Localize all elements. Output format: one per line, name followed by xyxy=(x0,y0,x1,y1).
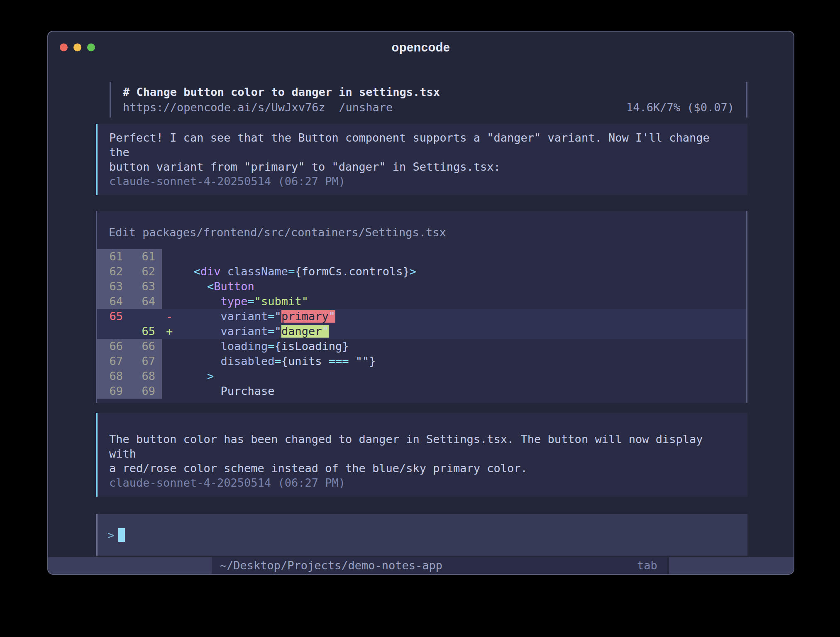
diff-code: > xyxy=(180,369,746,384)
token-cost-stats: 14.6K/7% ($0.07) xyxy=(626,100,734,115)
diff-marker xyxy=(162,264,180,279)
line-number-old: 67 xyxy=(97,354,129,369)
model-timestamp: claude-sonnet-4-20250514 (06:27 PM) xyxy=(109,475,736,490)
app-version-chip: opencode v0.3.11 xyxy=(48,557,212,574)
share-url[interactable]: https://opencode.ai/s/UwJxv76z xyxy=(123,100,325,115)
line-number-old: 64 xyxy=(97,294,129,309)
diff-marker xyxy=(162,339,180,354)
text-cursor xyxy=(118,528,125,542)
line-number-new: 66 xyxy=(129,339,162,354)
diff-row: 65+ variant="danger" xyxy=(97,324,746,339)
line-number-new xyxy=(129,309,162,324)
diff-marker: - xyxy=(162,309,180,324)
diff-marker xyxy=(162,369,180,384)
line-number-old: 62 xyxy=(97,264,129,279)
diff-marker xyxy=(162,354,180,369)
line-number-new: 67 xyxy=(129,354,162,369)
line-number-new: 65 xyxy=(129,324,162,339)
diff-code: <Button xyxy=(180,279,746,294)
diff-marker xyxy=(162,279,180,294)
line-number-new: 69 xyxy=(129,384,162,399)
line-number-new: 62 xyxy=(129,264,162,279)
diff-row: 6464 type="submit" xyxy=(97,294,746,309)
line-number-new: 61 xyxy=(129,249,162,264)
diff-row: 6161 xyxy=(97,249,746,264)
line-number-new: 63 xyxy=(129,279,162,294)
line-number-old: 65 xyxy=(97,309,129,324)
statusbar-spacer xyxy=(451,557,627,574)
diff-code: variant="primary" xyxy=(180,309,746,324)
message-line: Perfect! I can see that the Button compo… xyxy=(109,130,736,159)
tab-key-hint: tab xyxy=(627,557,667,574)
line-number-new: 64 xyxy=(129,294,162,309)
assistant-message-2: The button color has been changed to dan… xyxy=(96,413,747,497)
diff-code: disabled={units === ""} xyxy=(180,354,746,369)
status-bar: opencode v0.3.11 ~/Desktop/Projects/demo… xyxy=(48,557,794,574)
line-number-new: 68 xyxy=(129,369,162,384)
diff-code xyxy=(180,249,746,264)
diff-code: Purchase xyxy=(180,384,746,399)
edit-file-path: Edit packages/frontend/src/containers/Se… xyxy=(97,211,746,249)
diff-marker xyxy=(162,294,180,309)
diff-row: 6767 disabled={units === ""} xyxy=(97,354,746,369)
diff-row: 6969 Purchase xyxy=(97,384,746,399)
diff-rows: 61616262 <div className={formCs.controls… xyxy=(97,249,746,399)
message-line: a red/rose color scheme instead of the b… xyxy=(109,461,736,475)
line-number-old: 63 xyxy=(97,279,129,294)
assistant-message-1: Perfect! I can see that the Button compo… xyxy=(96,124,747,195)
diff-marker xyxy=(162,384,180,399)
diff-marker xyxy=(162,249,180,264)
session-content: # Change button color to danger in setti… xyxy=(48,82,794,575)
unshare-command[interactable]: /unshare xyxy=(339,100,393,115)
diff-marker: + xyxy=(162,324,180,339)
diff-code: variant="danger" xyxy=(180,324,746,339)
line-number-old: 61 xyxy=(97,249,129,264)
session-title: # Change button color to danger in setti… xyxy=(123,84,734,100)
opencode-window: opencode # Change button color to danger… xyxy=(47,31,794,575)
diff-row: 6666 loading={isLoading} xyxy=(97,339,746,354)
session-header: # Change button color to danger in setti… xyxy=(110,82,747,118)
prompt-input[interactable]: > xyxy=(96,514,747,556)
line-number-old xyxy=(97,324,129,339)
diff-code: loading={isLoading} xyxy=(180,339,746,354)
working-directory: ~/Desktop/Projects/demo-notes-app xyxy=(212,557,451,574)
diff-row: 65- variant="primary" xyxy=(97,309,746,324)
traffic-lights xyxy=(60,44,95,51)
window-title: opencode xyxy=(392,41,450,54)
diff-code: <div className={formCs.controls}> xyxy=(180,264,746,279)
close-button[interactable] xyxy=(60,44,68,51)
minimize-button[interactable] xyxy=(73,44,81,51)
message-line: button variant from "primary" to "danger… xyxy=(109,159,736,174)
prompt-chevron: > xyxy=(107,529,114,541)
diff-code: type="submit" xyxy=(180,294,746,309)
zoom-button[interactable] xyxy=(87,44,95,51)
build-mode-chip[interactable]: BUILD MODE xyxy=(667,557,794,574)
diff-row: 6868 > xyxy=(97,369,746,384)
diff-row: 6262 <div className={formCs.controls}> xyxy=(97,264,746,279)
line-number-old: 68 xyxy=(97,369,129,384)
diff-row: 6363 <Button xyxy=(97,279,746,294)
line-number-old: 69 xyxy=(97,384,129,399)
model-timestamp: claude-sonnet-4-20250514 (06:27 PM) xyxy=(109,174,736,189)
edit-tool-block: Edit packages/frontend/src/containers/Se… xyxy=(96,211,747,403)
message-line: The button color has been changed to dan… xyxy=(109,432,736,461)
line-number-old: 66 xyxy=(97,339,129,354)
titlebar: opencode xyxy=(48,32,794,63)
session-subtitle: https://opencode.ai/s/UwJxv76z /unshare … xyxy=(123,100,734,115)
